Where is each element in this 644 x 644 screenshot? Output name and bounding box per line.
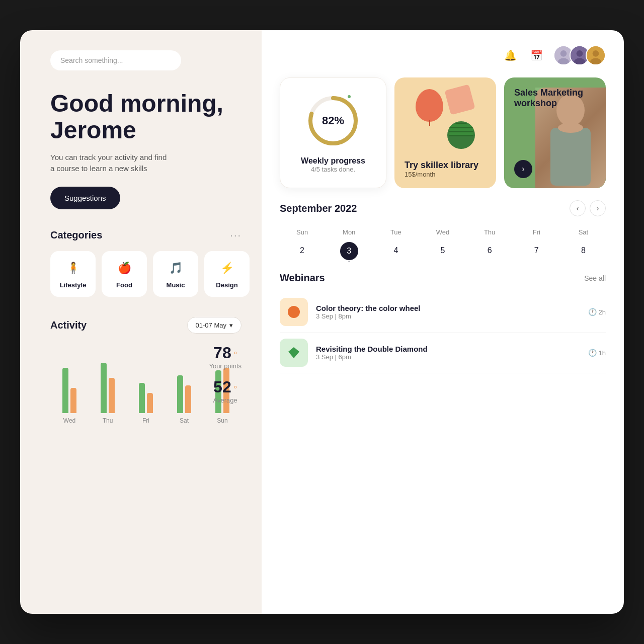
webinar-duration-2: 🕐 1h bbox=[588, 349, 606, 357]
chart-bars: Wed Thu Fri bbox=[50, 344, 242, 424]
calendar-prev-button[interactable]: ‹ bbox=[570, 200, 586, 216]
music-icon: 🎵 bbox=[167, 259, 185, 277]
see-all-button[interactable]: See all bbox=[584, 274, 606, 282]
category-card-design[interactable]: ⚡ Design bbox=[204, 251, 250, 297]
clock-icon-1: 🕐 bbox=[588, 308, 597, 316]
chart-group-sat: Sat bbox=[165, 375, 203, 424]
category-card-lifestyle[interactable]: 🧍 Lifestyle bbox=[50, 251, 96, 297]
webinar-info-2: Revisiting the Double Diamond 3 Sep | 6p… bbox=[316, 345, 580, 361]
right-panel: 🔔 📅 bbox=[262, 30, 624, 614]
lifestyle-icon: 🧍 bbox=[64, 259, 82, 277]
svg-point-4 bbox=[577, 50, 583, 57]
left-panel: Search something... Good morning, Jerome… bbox=[20, 30, 262, 614]
date-filter[interactable]: 01-07 May ▾ bbox=[187, 317, 242, 334]
cal-header-wed: Wed bbox=[420, 224, 465, 240]
top-bar: 🔔 📅 bbox=[280, 45, 606, 65]
bar-orange-sat bbox=[185, 385, 191, 413]
avatar-group bbox=[553, 45, 606, 65]
skillex-subtitle: 15$/month bbox=[405, 171, 486, 178]
calendar-navigation: ‹ › bbox=[570, 200, 606, 216]
webinar-time-2: 3 Sep | 6pm bbox=[316, 353, 580, 361]
categories-header: Categories ··· bbox=[50, 229, 242, 241]
design-icon: ⚡ bbox=[218, 259, 236, 277]
cal-header-thu: Thu bbox=[467, 224, 512, 240]
chart-group-thu: Thu bbox=[89, 363, 127, 424]
webinar-name-1: Color theory: the color wheel bbox=[316, 304, 580, 312]
calendar-grid: Sun Mon Tue Wed Thu Fri Sat 2 3 4 5 6 7 … bbox=[280, 224, 606, 260]
app-container: Search something... Good morning, Jerome… bbox=[20, 30, 624, 614]
food-label: Food bbox=[116, 281, 132, 289]
skillex-card[interactable]: Try skillex library 15$/month bbox=[394, 77, 496, 188]
design-label: Design bbox=[216, 281, 237, 289]
calendar-next-button[interactable]: › bbox=[590, 200, 606, 216]
chart-label-sat: Sat bbox=[180, 417, 189, 424]
calendar-header: September 2022 ‹ › bbox=[280, 200, 606, 216]
workshop-title: Sales Marketing workshop bbox=[514, 88, 596, 109]
bar-orange-fri bbox=[147, 393, 153, 413]
webinar-time-1: 3 Sep | 8pm bbox=[316, 312, 580, 320]
svg-marker-15 bbox=[288, 347, 299, 358]
svg-point-1 bbox=[560, 50, 567, 57]
cal-day-4[interactable]: 4 bbox=[373, 242, 418, 260]
categories-title: Categories bbox=[50, 229, 102, 241]
skillex-title: Try skillex library bbox=[405, 160, 486, 171]
cal-header-sat: Sat bbox=[561, 224, 606, 240]
category-card-music[interactable]: 🎵 Music bbox=[153, 251, 198, 297]
average-value: 52 bbox=[213, 378, 231, 396]
category-cards: 🧍 Lifestyle 🍎 Food 🎵 Music ⚡ Design bbox=[50, 251, 242, 297]
cal-day-2[interactable]: 2 bbox=[280, 242, 325, 260]
bar-orange-wed bbox=[70, 388, 76, 413]
calendar-icon[interactable]: 📅 bbox=[527, 46, 545, 64]
webinar-thumb-1 bbox=[280, 298, 308, 326]
food-icon: 🍎 bbox=[115, 259, 133, 277]
webinars-section: Webinars See all Color theory: the color… bbox=[280, 272, 606, 373]
more-options-icon[interactable]: ··· bbox=[230, 229, 242, 241]
progress-title: Weekly progress bbox=[301, 156, 365, 166]
cal-header-tue: Tue bbox=[373, 224, 418, 240]
bar-green-fri bbox=[139, 383, 145, 413]
suggestions-button[interactable]: Suggestions bbox=[50, 187, 120, 209]
bar-green-wed bbox=[62, 368, 68, 413]
greeting-section: Good morning, Jerome You can track your … bbox=[50, 91, 242, 209]
lifestyle-label: Lifestyle bbox=[60, 281, 87, 289]
chart-header: Activity 01-07 May ▾ bbox=[50, 317, 242, 334]
chart-section: Activity 01-07 May ▾ Wed bbox=[50, 317, 242, 594]
webinar-info-1: Color theory: the color wheel 3 Sep | 8p… bbox=[316, 304, 580, 320]
music-label: Music bbox=[167, 281, 185, 289]
cal-day-8[interactable]: 8 bbox=[561, 242, 606, 260]
skillex-objects bbox=[394, 77, 496, 143]
categories-section: Categories ··· 🧍 Lifestyle 🍎 Food 🎵 Musi… bbox=[50, 229, 242, 297]
points-label: Your points bbox=[209, 362, 242, 370]
svg-rect-12 bbox=[550, 128, 591, 186]
webinar-item-color-theory[interactable]: Color theory: the color wheel 3 Sep | 8p… bbox=[280, 292, 606, 333]
greeting-subtitle: You can track your activity and find a c… bbox=[50, 152, 242, 175]
points-value: 78 bbox=[213, 344, 231, 362]
chart-label-fri: Fri bbox=[142, 417, 149, 424]
webinars-header: Webinars See all bbox=[280, 272, 606, 284]
webinar-name-2: Revisiting the Double Diamond bbox=[316, 345, 580, 353]
cal-day-5[interactable]: 5 bbox=[420, 242, 465, 260]
chart-label-wed: Wed bbox=[63, 417, 75, 424]
average-label: Average bbox=[209, 396, 242, 404]
workshop-card[interactable]: Sales Marketing workshop › bbox=[504, 77, 606, 188]
cal-day-6[interactable]: 6 bbox=[467, 242, 512, 260]
calendar-section: September 2022 ‹ › Sun Mon Tue Wed Thu F… bbox=[280, 200, 606, 260]
cube-icon bbox=[444, 84, 475, 115]
progress-percent: 82% bbox=[322, 114, 344, 127]
cal-header-sun: Sun bbox=[280, 224, 325, 240]
cal-day-3-active[interactable]: 3 bbox=[340, 242, 358, 260]
progress-ring: 82% bbox=[305, 93, 361, 148]
avatar-3[interactable] bbox=[586, 45, 606, 65]
svg-point-13 bbox=[558, 123, 583, 133]
notification-icon[interactable]: 🔔 bbox=[501, 46, 519, 64]
workshop-arrow-button[interactable]: › bbox=[514, 160, 532, 178]
search-bar[interactable]: Search something... bbox=[50, 50, 181, 70]
chart-wrapper: Wed Thu Fri bbox=[50, 344, 242, 424]
category-card-food[interactable]: 🍎 Food bbox=[102, 251, 147, 297]
progress-subtitle: 4/5 tasks done. bbox=[311, 166, 355, 173]
webinar-item-diamond[interactable]: Revisiting the Double Diamond 3 Sep | 6p… bbox=[280, 333, 606, 373]
svg-point-8 bbox=[590, 58, 601, 65]
webinar-duration-1: 🕐 2h bbox=[588, 308, 606, 316]
svg-point-7 bbox=[593, 50, 599, 57]
cal-day-7[interactable]: 7 bbox=[514, 242, 559, 260]
